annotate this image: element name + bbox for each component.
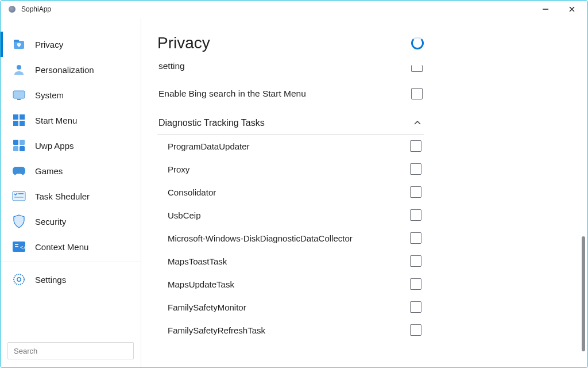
app-icon [9,6,16,13]
task-label: UsbCeip [168,210,410,220]
sidebar-item-task-scheduler[interactable]: Task Sheduler [1,183,141,209]
svg-rect-14 [13,140,18,145]
setting-row[interactable]: setting [157,52,424,80]
gear-icon [11,271,27,288]
context-menu-icon: </> [11,239,27,255]
task-row[interactable]: ProgramDataUpdater [157,135,424,158]
svg-rect-10 [13,114,18,120]
sidebar-item-label: Games [35,166,63,176]
setting-label: setting [158,61,411,71]
windows-icon [11,112,27,128]
task-label: Consolidator [168,187,410,197]
sidebar-item-system[interactable]: System [1,82,141,108]
task-row[interactable]: MapsUpdateTask [157,273,424,296]
sidebar-item-label: Context Menu [35,242,88,252]
task-row[interactable]: UsbCeip [157,204,424,227]
main: Privacy setting Enable Bing search in th… [141,18,587,367]
svg-rect-16 [13,146,18,151]
checkbox[interactable] [410,209,421,221]
sidebar-item-label: Personalization [35,65,94,75]
sidebar: Privacy Personalization System Start Men… [1,18,141,367]
group-header[interactable]: Diagnostic Tracking Tasks [157,108,424,135]
svg-rect-8 [13,91,25,98]
task-row[interactable]: MapsToastTask [157,250,424,273]
svg-rect-18 [13,191,25,201]
task-row[interactable]: FamilySafetyMonitor [157,296,424,319]
group-items: ProgramDataUpdaterProxyConsolidatorUsbCe… [157,135,424,342]
checkbox[interactable] [410,232,421,244]
privacy-icon [11,36,27,52]
checkbox[interactable] [410,278,421,290]
svg-point-7 [17,65,21,70]
personalization-icon [11,62,27,78]
task-row[interactable]: Consolidator [157,181,424,204]
system-icon [11,87,27,103]
svg-rect-17 [20,146,25,151]
checkbox[interactable] [410,186,421,198]
svg-rect-11 [20,114,25,120]
sidebar-item-start-menu[interactable]: Start Menu [1,108,141,133]
sidebar-item-label: Uwp Apps [35,141,74,151]
sidebar-item-settings[interactable]: Settings [1,267,141,292]
gamepad-icon [11,163,27,179]
checkbox[interactable] [411,65,423,72]
group-title: Diagnostic Tracking Tasks [158,118,412,128]
shield-icon [11,213,27,229]
scrollbar[interactable] [582,236,585,351]
task-label: Proxy [168,164,410,174]
checkbox[interactable] [411,88,423,99]
svg-text:</>: </> [20,244,26,250]
svg-rect-9 [17,99,21,100]
task-label: FamilySafetyMonitor [168,302,410,312]
sidebar-item-security[interactable]: Security [1,209,141,234]
sidebar-item-label: Start Menu [35,116,77,125]
minimize-button[interactable] [532,1,559,18]
sidebar-item-label: Task Sheduler [35,191,90,201]
sidebar-item-games[interactable]: Games [1,158,141,183]
right-panel [440,18,587,367]
sidebar-item-privacy[interactable]: Privacy [1,32,141,57]
checkbox[interactable] [410,163,421,175]
svg-rect-4 [14,40,19,42]
tasks-icon [11,188,27,204]
task-row[interactable]: Proxy [157,158,424,181]
svg-point-26 [17,278,21,281]
sidebar-item-label: Security [35,217,66,227]
svg-rect-12 [13,121,18,126]
sidebar-item-label: Settings [35,275,66,285]
svg-rect-13 [20,121,25,126]
search-input[interactable] [7,342,134,359]
sidebar-item-uwp-apps[interactable]: Uwp Apps [1,133,141,158]
checkbox[interactable] [410,301,421,313]
checkbox[interactable] [410,255,421,267]
apps-icon [11,137,27,154]
sidebar-item-context-menu[interactable]: </> Context Menu [1,234,141,259]
titlebar[interactable]: SophiApp [1,1,587,18]
checkbox[interactable] [410,324,421,336]
task-label: MapsToastTask [168,256,410,266]
divider [1,262,141,262]
task-row[interactable]: Microsoft-Windows-DiskDiagnosticDataColl… [157,227,424,250]
checkbox[interactable] [410,140,421,152]
app-title: SophiApp [21,5,51,13]
svg-rect-15 [20,140,25,145]
setting-label: Enable Bing search in the Start Menu [158,89,411,99]
chevron-up-icon [412,118,423,128]
close-button[interactable] [559,1,585,18]
task-label: FamilySafetyRefreshTask [168,325,410,335]
loading-spinner-icon [411,37,424,49]
sidebar-item-label: Privacy [35,40,63,49]
task-row[interactable]: FamilySafetyRefreshTask [157,319,424,342]
page-title: Privacy [157,34,411,52]
setting-row[interactable]: Enable Bing search in the Start Menu [157,80,424,108]
task-label: ProgramDataUpdater [168,141,410,151]
task-label: Microsoft-Windows-DiskDiagnosticDataColl… [168,233,410,243]
sidebar-item-label: System [35,90,64,100]
task-label: MapsUpdateTask [168,279,410,289]
sidebar-item-personalization[interactable]: Personalization [1,57,141,82]
